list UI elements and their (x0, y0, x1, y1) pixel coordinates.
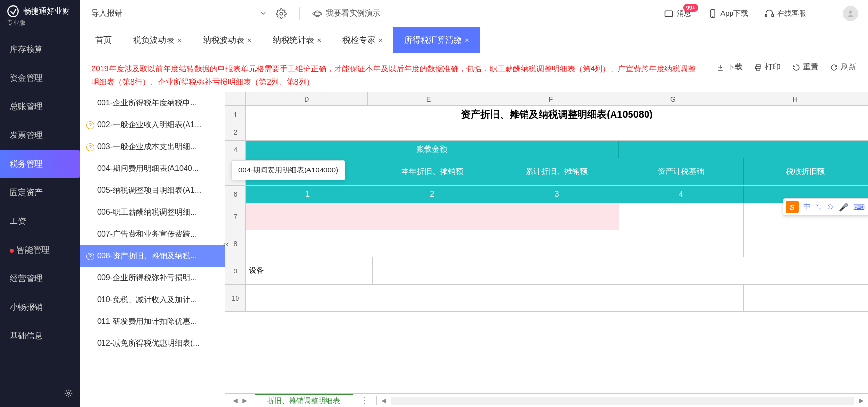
data-cell[interactable] (370, 230, 494, 257)
corner-cell[interactable] (225, 92, 246, 105)
data-cell[interactable] (744, 257, 868, 284)
demo-link[interactable]: 我要看实例演示 (312, 8, 380, 18)
messages-button[interactable]: 消息 99+ (664, 9, 691, 18)
form-item-001[interactable]: 001-企业所得税年度纳税申... (80, 92, 225, 114)
close-icon[interactable]: × (317, 36, 322, 44)
refresh-button[interactable]: 刷新 (830, 62, 856, 72)
help-icon[interactable]: ? (86, 121, 94, 129)
col-header-d[interactable]: D (246, 92, 368, 105)
ime-keyboard-icon[interactable]: ⌨ (853, 203, 865, 212)
form-item-009[interactable]: 009-企业所得税弥补亏损明... (80, 267, 225, 289)
download-button[interactable]: 下载 (716, 62, 743, 72)
help-icon[interactable]: ? (86, 253, 94, 260)
data-cell[interactable] (246, 285, 370, 311)
col-header-g[interactable]: G (612, 92, 734, 105)
ime-emoji-icon[interactable]: ☺ (826, 203, 834, 211)
data-cell[interactable] (370, 285, 494, 311)
sidebar-item-basic[interactable]: 基础信息 (0, 322, 80, 350)
search-select[interactable]: 导入报错 (89, 5, 269, 22)
form-item-007[interactable]: 007-广告费和业务宣传费跨... (80, 223, 225, 245)
search-value: 导入报错 (91, 8, 122, 18)
col-header-e[interactable]: E (368, 92, 490, 105)
form-item-003[interactable]: ?003-一般企业成本支出明细... (80, 136, 225, 158)
form-item-011[interactable]: 011-研发费用加计扣除优惠... (80, 311, 225, 333)
ime-mode[interactable]: 中 (803, 202, 811, 212)
tab-taxpay-stat[interactable]: 纳税统计表× (262, 27, 332, 53)
row-header[interactable]: 2 (225, 123, 246, 140)
close-icon[interactable]: × (177, 36, 182, 44)
data-cell[interactable] (744, 285, 868, 311)
form-item-005[interactable]: 005-纳税调整项目明细表(A1... (80, 180, 225, 202)
tab-taxburden[interactable]: 税负波动表× (122, 27, 192, 53)
data-cell[interactable] (496, 257, 620, 284)
reset-button[interactable]: 重置 (792, 62, 818, 72)
sheet-nav[interactable]: ◄ ► (225, 396, 255, 405)
sidebar-item-business[interactable]: 经营管理 (0, 264, 80, 293)
help-icon[interactable]: ? (86, 143, 94, 151)
close-icon[interactable]: × (378, 36, 383, 44)
print-button[interactable]: 打印 (754, 62, 781, 72)
tab-income-tax[interactable]: 所得税汇算清缴× (393, 27, 480, 53)
sidebar-item-assets[interactable]: 固定资产 (0, 178, 80, 207)
form-item-006[interactable]: 006-职工薪酬纳税调整明细... (80, 202, 225, 223)
sidebar-item-funds[interactable]: 资金管理 (0, 64, 80, 92)
col-header-f[interactable]: F (490, 92, 612, 105)
data-cell[interactable] (494, 203, 619, 230)
sidebar-item-invoice[interactable]: 发票管理 (0, 121, 80, 150)
customer-service-button[interactable]: 在线客服 (765, 9, 806, 18)
col-header-h[interactable]: H (734, 92, 856, 105)
data-cell[interactable] (246, 230, 370, 257)
row-header[interactable]: 7 (225, 203, 246, 230)
tab-taxpay-wave[interactable]: 纳税波动表× (192, 27, 262, 53)
sidebar-item-tax[interactable]: 税务管理 (0, 150, 80, 178)
ime-toolbar[interactable]: S 中 °, ☺ 🎤 ⌨ (783, 198, 868, 216)
data-cell[interactable] (619, 285, 744, 311)
ime-punct-icon[interactable]: °, (816, 203, 821, 211)
avatar[interactable] (843, 6, 858, 21)
row-header[interactable]: 4 (225, 141, 246, 158)
sidebar-item-ledger[interactable]: 总账管理 (0, 92, 80, 121)
data-cell[interactable] (494, 285, 619, 311)
sheet-tab[interactable]: 折旧、摊销调整明细表 (255, 394, 353, 407)
ime-mic-icon[interactable]: 🎤 (839, 203, 849, 212)
close-icon[interactable]: × (465, 36, 469, 44)
sidebar-item-inventory[interactable]: 库存核算 (0, 35, 80, 64)
sheet-menu-icon[interactable]: ⋮ (353, 396, 376, 405)
data-cell[interactable] (619, 230, 744, 257)
sidebar-item-reimburse[interactable]: 小畅报销 (0, 293, 80, 322)
brand-icon (7, 5, 19, 17)
header-cell: 税收折旧额 (744, 158, 868, 185)
row-header[interactable]: 9 (225, 257, 246, 284)
column-headers: D E F G H (225, 92, 868, 106)
svg-rect-8 (766, 14, 767, 16)
form-item-012[interactable]: 012-减免所得税优惠明细表(... (80, 333, 225, 355)
row-header[interactable]: 10 (225, 285, 246, 311)
sidebar-item-salary[interactable]: 工资 (0, 207, 80, 236)
form-item-004[interactable]: 004-期间费用明细表(A1040... (80, 158, 225, 180)
form-item-008[interactable]: ?008-资产折旧、摊销及纳税... (80, 245, 225, 267)
data-cell[interactable] (619, 203, 744, 230)
form-item-002[interactable]: ?002-一般企业收入明细表(A1... (80, 114, 225, 136)
collapse-handle[interactable]: ‹‹ (223, 240, 229, 249)
horizontal-scrollbar[interactable]: ◄► (376, 396, 868, 405)
headset-icon (765, 9, 774, 18)
sidebar-item-smart[interactable]: 智能管理 (0, 236, 80, 264)
row-header[interactable]: 6 (225, 186, 246, 203)
tab-tax-expert[interactable]: 税检专家× (332, 27, 393, 53)
col-header-edge[interactable] (856, 92, 868, 105)
grid[interactable]: 1资产折旧、摊销及纳税调整明细表(A105080) 2 4账载金额 5资产原值本… (225, 106, 868, 393)
gear-icon[interactable] (276, 8, 287, 19)
close-icon[interactable]: × (247, 36, 252, 44)
data-cell[interactable] (246, 203, 370, 230)
data-cell[interactable] (744, 230, 868, 257)
tab-home[interactable]: 首页 (85, 27, 122, 53)
data-cell[interactable] (370, 203, 494, 230)
sidebar-settings-icon[interactable] (0, 382, 80, 407)
data-cell[interactable] (373, 257, 496, 284)
app-download-button[interactable]: App下载 (708, 9, 748, 18)
row-header[interactable]: 1 (225, 106, 246, 123)
data-cell[interactable] (620, 257, 744, 284)
form-item-010[interactable]: 010-免税、减计收入及加计... (80, 289, 225, 311)
data-cell[interactable]: 设备 (246, 257, 373, 284)
data-cell[interactable] (494, 230, 619, 257)
